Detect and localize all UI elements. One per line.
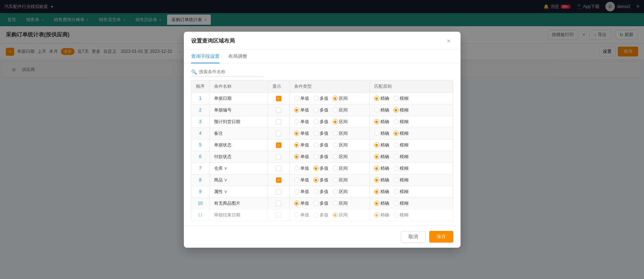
search-input[interactable]	[199, 69, 264, 74]
dialog-body: 🔍 顺序 条件名称 显示 条件类型 匹配原则 1	[184, 63, 461, 80]
settings-dialog: 设置查询区域布局 × 查询字段设置 布局调整 🔍 顺序	[184, 32, 461, 80]
tab-layout-adjust[interactable]: 布局调整	[228, 50, 247, 63]
search-bar: 🔍	[191, 68, 264, 76]
dialog-overlay: 设置查询区域布局 × 查询字段设置 布局调整 🔍 顺序	[0, 0, 644, 80]
dialog-title: 设置查询区域布局	[191, 38, 235, 44]
settings-table-header: 顺序 条件名称 显示 条件类型 匹配原则	[191, 80, 453, 80]
search-icon: 🔍	[191, 69, 197, 75]
dialog-header: 设置查询区域布局 ×	[184, 32, 461, 50]
dialog-close-btn[interactable]: ×	[445, 37, 453, 46]
tab-query-fields[interactable]: 查询字段设置	[191, 50, 220, 63]
dialog-tabs: 查询字段设置 布局调整	[184, 50, 461, 63]
